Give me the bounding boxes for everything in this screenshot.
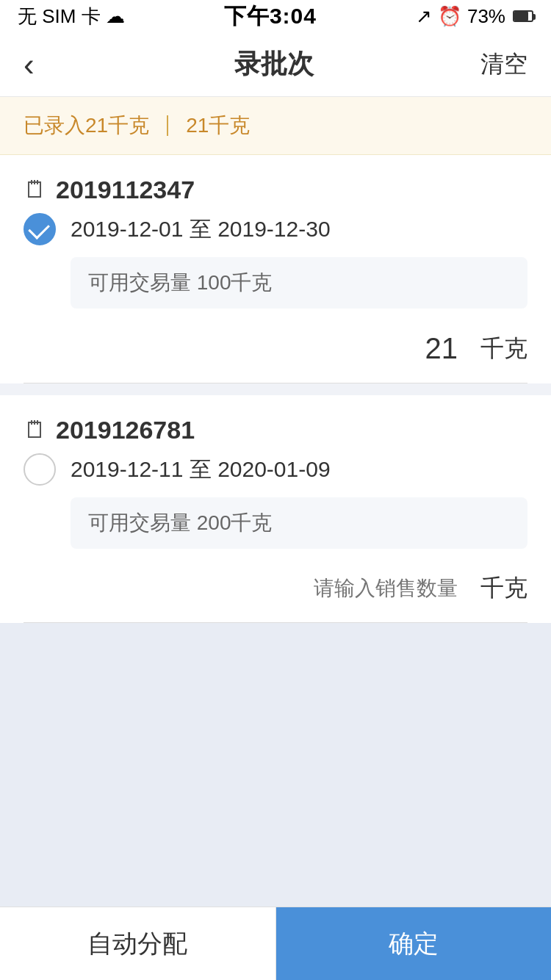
available-qty-2: 可用交易量 200千克 <box>88 511 273 534</box>
summary-banner: 已录入21千克 21千克 <box>0 97 551 155</box>
clear-button[interactable]: 清空 <box>480 48 527 81</box>
location-icon: ↗ <box>416 5 432 28</box>
page-title: 录批次 <box>234 46 314 82</box>
signal-text: 无 SIM 卡 ☁ <box>18 4 125 29</box>
batch-date-row-1[interactable]: 2019-12-01 至 2019-12-30 <box>24 213 527 245</box>
summary-divider <box>167 115 168 136</box>
card-separator-1 <box>0 383 551 395</box>
quantity-unit-1: 千克 <box>480 333 527 365</box>
total-label: 21千克 <box>186 112 250 140</box>
batch-date-row-2[interactable]: 2019-12-11 至 2020-01-09 <box>24 453 527 486</box>
nav-bar: ‹ 录批次 清空 <box>0 32 551 97</box>
batch-header-1: 🗒 2019112347 <box>24 176 527 204</box>
batch-date-1: 2019-12-01 至 2019-12-30 <box>71 215 331 245</box>
quantity-input-2[interactable] <box>248 577 469 600</box>
batch-id-icon-1: 🗒 <box>24 176 47 203</box>
status-time: 下午3:04 <box>224 1 317 32</box>
status-left: 无 SIM 卡 ☁ <box>18 4 125 29</box>
main-content: 已录入21千克 21千克 🗒 2019112347 2019-12-01 至 2… <box>0 97 551 980</box>
footer: 自动分配 确定 <box>0 907 551 980</box>
quantity-unit-2: 千克 <box>480 572 527 605</box>
quantity-input-1[interactable] <box>381 332 469 365</box>
recorded-label: 已录入21千克 <box>24 112 149 140</box>
alarm-icon: ⏰ <box>438 5 461 28</box>
radio-unchecked-2[interactable] <box>24 453 56 486</box>
batch-item-1: 🗒 2019112347 2019-12-01 至 2019-12-30 可用交… <box>0 155 551 309</box>
available-qty-1: 可用交易量 100千克 <box>88 271 273 294</box>
bottom-area <box>0 623 551 932</box>
status-right: ↗ ⏰ 73% <box>416 5 533 28</box>
quantity-row-1: 千克 <box>0 320 551 383</box>
battery-icon <box>513 10 533 22</box>
batch-id-1: 2019112347 <box>56 176 195 204</box>
batch-date-2: 2019-12-11 至 2020-01-09 <box>71 455 331 485</box>
batch-id-2: 2019126781 <box>56 416 195 444</box>
batch-card-1: 🗒 2019112347 2019-12-01 至 2019-12-30 可用交… <box>0 155 551 383</box>
batch-item-2: 🗒 2019126781 2019-12-11 至 2020-01-09 可用交… <box>0 395 551 549</box>
radio-checked-1[interactable] <box>24 213 56 245</box>
batch-card-2: 🗒 2019126781 2019-12-11 至 2020-01-09 可用交… <box>0 395 551 623</box>
auto-distribute-button[interactable]: 自动分配 <box>0 907 276 980</box>
batch-header-2: 🗒 2019126781 <box>24 416 527 444</box>
available-qty-box-1: 可用交易量 100千克 <box>71 257 527 309</box>
status-bar: 无 SIM 卡 ☁ 下午3:04 ↗ ⏰ 73% <box>0 0 551 32</box>
batch-id-icon-2: 🗒 <box>24 417 47 444</box>
quantity-row-2: 千克 <box>0 561 551 622</box>
back-button[interactable]: ‹ <box>24 46 68 83</box>
available-qty-box-2: 可用交易量 200千克 <box>71 497 527 549</box>
confirm-button[interactable]: 确定 <box>276 907 552 980</box>
battery-text: 73% <box>467 5 505 28</box>
